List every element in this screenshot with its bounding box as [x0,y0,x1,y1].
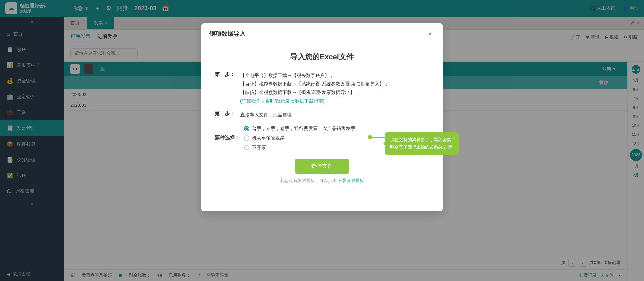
import-modal: 销项数据导入 × 导入您的Excel文件 第一步： 【全电平台】数据下载→【税务… [201,23,443,211]
step1-content: 【全电平台】数据下载→【税务数字账户】； 【百旺】税控盘数据下载→【系统设置-系… [240,71,389,105]
radio-motor-label: 机动车销售发票 [252,135,285,141]
radio-normal-circle[interactable] [244,126,249,131]
step2-row: 第二步： 直接导入文件，无需整理 [215,111,429,119]
download-template-link[interactable]: 下载发票模板 [338,178,364,183]
radio-no-label: 不开票 [252,145,266,151]
radio-normal-label: 普票，专票，卷票，通行费发票，农产品销售发票 [252,126,355,132]
tooltip-text: 现在支持的票种多了，导入发票时别忘了选择正确的发票类型呀! [390,137,452,149]
step1-guide-link[interactable]: (详细操作见百旺/航信发票数据下载指南) [240,97,389,105]
step1-row: 第一步： 【全电平台】数据下载→【税务数字账户】； 【百旺】税控盘数据下载→【系… [215,71,429,105]
radio-motor-ticket[interactable]: 机动车销售发票 [244,135,355,141]
step1-line-3: 【航信】金税盘数据下载→【报税管理-发票数据导出】； [240,88,389,97]
modal-title: 销项数据导入 [209,30,246,38]
tooltip-bubble: × 现在支持的票种多了，导入发票时别忘了选择正确的发票类型呀! [385,132,459,155]
modal-close-button[interactable]: × [425,29,435,38]
radio-normal-ticket[interactable]: 普票，专票，卷票，通行费发票，农产品销售发票 [244,126,355,132]
modal-footer: 若您没有发票模板，可以点击 下载发票模板 [215,178,429,189]
modal-header: 销项数据导入 × [201,23,443,44]
ticket-options: 普票，专票，卷票，通行费发票，农产品销售发票 机动车销售发票 不开票 [244,126,355,151]
radio-no-ticket[interactable]: 不开票 [244,145,355,151]
step2-label: 第二步： [215,111,235,119]
ticket-label: 票种选择： [215,135,240,141]
select-file-button[interactable]: 选择文件 [295,159,349,174]
ticket-selection-row: 票种选择： 普票，专票，卷票，通行费发票，农产品销售发票 机动车销售发票 [215,126,429,151]
radio-no-circle[interactable] [244,145,249,150]
step1-label: 第一步： [215,71,235,105]
modal-body: 导入您的Excel文件 第一步： 【全电平台】数据下载→【税务数字账户】； 【百… [201,44,443,211]
step1-line-1: 【全电平台】数据下载→【税务数字账户】； [240,71,389,80]
step1-line-2: 【百旺】税控盘数据下载→【系统设置-系统参数设置-发票批量导入】； [240,80,389,88]
tooltip-close-button[interactable]: × [453,134,456,142]
modal-overlay: 销项数据导入 × 导入您的Excel文件 第一步： 【全电平台】数据下载→【税务… [0,0,644,281]
tooltip-dot [368,135,372,139]
modal-main-title: 导入您的Excel文件 [215,52,429,62]
radio-motor-circle[interactable] [244,135,249,141]
radio-normal-dot [245,127,248,130]
tooltip-line [370,137,385,138]
step2-content: 直接导入文件，无需整理 [240,111,292,119]
tooltip-anchor: × 现在支持的票种多了，导入发票时别忘了选择正确的发票类型呀! [385,132,459,155]
